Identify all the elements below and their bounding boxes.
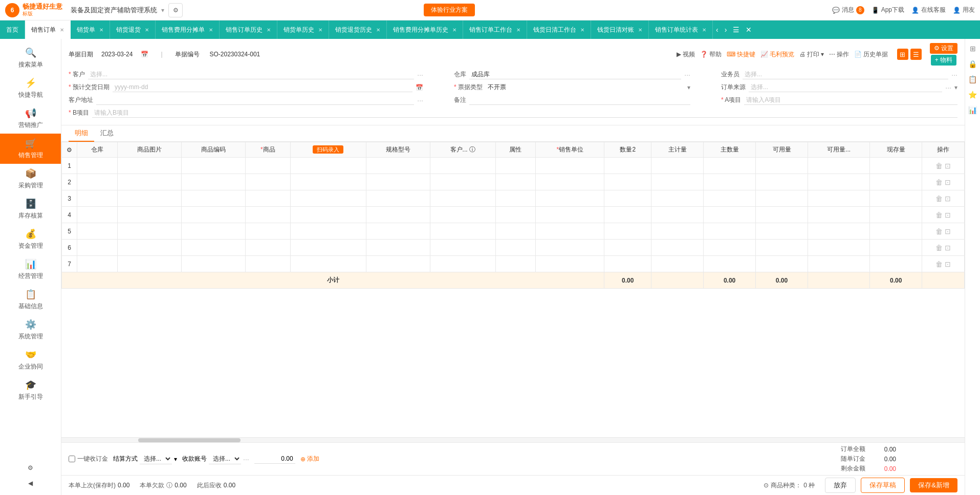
settings-icon[interactable]: ⚙ [168,3,183,17]
save-draft-btn[interactable]: 保存草稿 [861,478,905,493]
online-service-btn[interactable]: 👤 在线客服 [911,6,946,14]
tab-daily-workbench[interactable]: 钱货日清工作台 ✕ [527,20,591,39]
shortcut-btn[interactable]: ⌨ 快捷键 [727,50,755,59]
tab-close-icon[interactable]: ✕ [267,27,271,33]
add-btn[interactable]: ⊕ 添加 [300,455,319,463]
sidebar-item-cooperation[interactable]: 🤝 企业协同 [0,345,61,375]
sidebar-collapse-btn[interactable]: ◀ [0,476,61,491]
tab-close-icon[interactable]: ✕ [60,27,64,33]
row-copy-icon[interactable]: ⊡ [945,162,951,170]
row-delete-icon[interactable]: 🗑 [935,195,943,203]
row-copy-icon[interactable]: ⊡ [945,195,951,203]
tab-order-workbench[interactable]: 销售订单工作台 ✕ [463,20,527,39]
customer-input[interactable] [88,70,414,79]
data-table-wrapper[interactable]: ⚙ 仓库 商品图片 商品编码 *商品 扫码录入 规格型号 客户... ⓘ 属性 … [61,142,965,437]
app-download-btn[interactable]: 📱 App下载 [872,6,904,14]
industry-btn[interactable]: 体验行业方案 [424,4,475,16]
a-project-input[interactable] [744,95,957,105]
one-click-checkbox[interactable] [69,456,75,462]
customer-more-icon[interactable]: ··· [417,71,423,79]
right-panel-icon-3[interactable]: 📋 [967,74,978,85]
row-warehouse-1[interactable] [77,158,118,174]
row-delete-icon[interactable]: 🗑 [935,162,943,170]
tab-right-arrow[interactable]: › [722,20,730,39]
right-panel-icon-5[interactable]: 📊 [967,104,978,116]
tab-sales-order-history[interactable]: 销售订单历史 ✕ [220,20,277,39]
history-btn[interactable]: 📄 历史单据 [854,50,888,59]
settlement-select[interactable]: 选择... [140,454,172,464]
receipt-account-select[interactable]: 选择... [209,454,241,464]
order-source-input[interactable] [749,82,942,92]
row-main-qty-1[interactable] [704,158,756,174]
sidebar-item-basic[interactable]: 📋 基础信息 [0,285,61,315]
tab-menu-icon[interactable]: ☰ [730,20,743,39]
tab-detail[interactable]: 明细 [69,125,94,142]
sidebar-item-marketing[interactable]: 📢 营销推广 [0,103,61,134]
sidebar-bottom-settings[interactable]: ⚙ [0,460,61,476]
row-copy-icon[interactable]: ⊡ [945,178,951,186]
tab-expense-history[interactable]: 销售费用分摊单历史 ✕ [387,20,463,39]
print-btn[interactable]: 🖨 打印 ▾ [799,50,824,59]
b-project-input[interactable] [92,108,957,118]
row-copy-icon[interactable]: ⊡ [945,260,951,268]
right-panel-icon-4[interactable]: ⭐ [967,89,978,100]
tab-sales-order[interactable]: 销售订单 ✕ [25,20,71,39]
tab-summary[interactable]: 汇总 [94,125,120,142]
address-input[interactable] [96,95,414,105]
order-source-dropdown[interactable]: ▾ [954,84,957,91]
row-attr-1[interactable] [495,158,536,174]
delivery-date-input[interactable] [113,82,412,92]
row-copy-icon[interactable]: ⊡ [945,211,951,219]
address-more-icon[interactable]: ··· [417,96,423,104]
settings-btn[interactable]: ⚙ 设置 + 物料 [930,43,957,66]
tab-sales-invoice[interactable]: 销货单 ✕ [71,20,110,39]
tab-invoice-history[interactable]: 销货单历史 ✕ [277,20,329,39]
save-new-btn[interactable]: 保存&新增 [910,478,957,492]
user-btn[interactable]: 👤 用友 [953,6,975,14]
tab-left-arrow[interactable]: ‹ [713,20,722,39]
table-view-icon[interactable]: ⊞ [897,49,908,60]
staff-more-icon[interactable]: ··· [951,71,957,79]
row-product-1[interactable] [245,158,290,174]
sidebar-item-system[interactable]: ⚙️ 系统管理 [0,315,61,345]
payment-amount-input[interactable] [254,454,295,464]
warehouse-input[interactable] [469,70,681,79]
right-panel-icon-1[interactable]: ⊞ [967,43,978,54]
sidebar-item-inventory[interactable]: 🗄️ 库存核算 [0,194,61,224]
sidebar-item-search[interactable]: 🔍 搜索菜单 [0,43,61,73]
sidebar-item-purchase[interactable]: 📦 采购管理 [0,164,61,194]
tab-reconciliation[interactable]: 钱货日清对账 ✕ [591,20,649,39]
tab-close-icon[interactable]: ✕ [638,27,642,33]
remarks-input[interactable] [469,95,690,105]
row-code-1[interactable] [181,158,245,174]
calendar2-icon[interactable]: 📅 [416,84,423,91]
dropdown-arrow-icon[interactable]: ▾ [161,7,164,14]
list-view-icon[interactable]: ☰ [910,49,922,60]
profit-btn[interactable]: 📈 毛利预览 [760,50,794,59]
sidebar-item-sales[interactable]: 🛒 销售管理 [0,134,61,164]
col-setting[interactable]: ⚙ [62,142,77,158]
operation-btn[interactable]: ⋯ 操作 [829,50,849,59]
row-unit-1[interactable] [536,158,604,174]
tab-close-icon[interactable]: ✕ [99,27,103,33]
scrollbar-thumb[interactable] [138,438,241,442]
tab-home[interactable]: 首页 [0,20,25,39]
row-copy-icon[interactable]: ⊡ [945,244,951,252]
warehouse-more-icon[interactable]: ··· [684,71,690,79]
order-source-more-icon[interactable]: ··· [945,83,951,92]
tab-close-icon[interactable]: ✕ [376,27,380,33]
row-delete-icon[interactable]: 🗑 [935,244,943,252]
sidebar-item-finance[interactable]: 💰 资金管理 [0,224,61,254]
tab-close-all-icon[interactable]: ✕ [743,20,755,39]
tab-close-icon[interactable]: ✕ [702,27,706,33]
receipt-account-more-icon[interactable]: ··· [243,455,249,463]
tab-return-history[interactable]: 销货退货历史 ✕ [329,20,387,39]
tab-close-icon[interactable]: ✕ [580,27,584,33]
tab-close-icon[interactable]: ✕ [452,27,456,33]
horizontal-scrollbar[interactable] [61,437,965,442]
calendar-icon[interactable]: 📅 [141,51,148,58]
tab-close-icon[interactable]: ✕ [145,27,149,33]
staff-input[interactable] [743,70,948,79]
tab-stats[interactable]: 销售订单统计表 ✕ [649,20,713,39]
message-btn[interactable]: 💬 消息 8 [832,6,864,14]
